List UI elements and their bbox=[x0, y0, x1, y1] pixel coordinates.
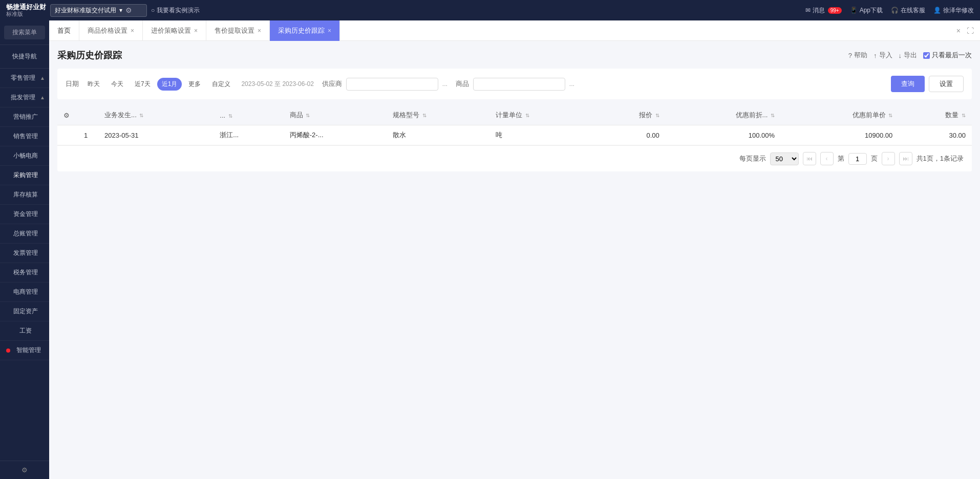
sidebar-item-ledger[interactable]: 总账管理 bbox=[0, 224, 49, 244]
tab-close-purchase-strategy[interactable]: × bbox=[194, 27, 198, 34]
sidebar-item-finance[interactable]: 资金管理 bbox=[0, 205, 49, 224]
table-header-unit[interactable]: 计量单位 ⇅ bbox=[489, 105, 592, 125]
tab-close-purchase-history[interactable]: × bbox=[328, 27, 331, 34]
goods-more-btn[interactable]: ... bbox=[569, 80, 574, 88]
sort-icon-price: ⇅ bbox=[655, 113, 659, 118]
table-header-goods[interactable]: 商品 ⇅ bbox=[284, 105, 387, 125]
date-7days-btn[interactable]: 近7天 bbox=[130, 78, 155, 91]
maximize-tab-btn[interactable]: ⛶ bbox=[965, 25, 976, 37]
table-header-row: ⚙ 业务发生... ⇅ ... ⇅ 商品 bbox=[57, 105, 972, 125]
table-header-pre-discount-price[interactable]: 优惠前单价 ⇅ bbox=[781, 105, 899, 125]
only-last-checkbox[interactable] bbox=[923, 52, 930, 59]
per-page-label: 每页显示 bbox=[739, 154, 766, 163]
import-btn[interactable]: ↑ 导入 bbox=[874, 51, 892, 60]
table-header-spec[interactable]: 规格型号 ⇅ bbox=[387, 105, 489, 125]
table-header-business-date[interactable]: 业务发生... ⇅ bbox=[98, 105, 214, 125]
sort-icon-pre-discount-price: ⇅ bbox=[888, 113, 892, 118]
help-btn[interactable]: ? 帮助 bbox=[848, 51, 867, 60]
sidebar-item-retail[interactable]: 零售管理 ▲ bbox=[0, 69, 49, 88]
sidebar-item-marketing[interactable]: 营销推广 bbox=[0, 107, 49, 127]
demo-link[interactable]: ○ 我要看实例演示 bbox=[151, 6, 200, 15]
settings-btn[interactable]: 设置 bbox=[929, 76, 964, 92]
pagination-bar: 每页显示 50 100 200 ⏮ ‹ 第 页 › ⏭ 共1页，1条记录 bbox=[57, 145, 972, 171]
table-header-quantity[interactable]: 数量 ⇅ bbox=[899, 105, 972, 125]
main-layout: 搜索菜单 快捷导航 零售管理 ▲ 批发管理 ▲ 营销推广 销售管理 小畅电商 采… bbox=[0, 20, 980, 479]
search-menu-btn[interactable]: 搜索菜单 bbox=[4, 26, 45, 39]
phone-icon: 📱 bbox=[850, 7, 858, 14]
page-unit: 页 bbox=[871, 154, 878, 163]
row-unit: 吨 bbox=[489, 125, 592, 145]
online-service-btn[interactable]: 🎧 在线客服 bbox=[891, 6, 925, 15]
tabbar: 首页 商品价格设置 × 进价策略设置 × 售价提取设置 × 采购历史价跟踪 × … bbox=[49, 20, 980, 41]
sidebar-item-ecommerce-small[interactable]: 小畅电商 bbox=[0, 146, 49, 166]
date-yesterday-btn[interactable]: 昨天 bbox=[83, 78, 104, 91]
row-goods: 丙烯酸-2-... bbox=[284, 125, 387, 145]
tab-close-sale-price[interactable]: × bbox=[258, 27, 261, 34]
data-table: ⚙ 业务发生... ⇅ ... ⇅ 商品 bbox=[57, 105, 972, 145]
user-menu[interactable]: 👤 徐泽华修改 bbox=[933, 6, 974, 15]
sidebar-gear-btn[interactable]: ⚙ bbox=[0, 461, 49, 479]
goods-input[interactable] bbox=[473, 78, 565, 91]
sidebar-item-smart[interactable]: 智能管理 bbox=[0, 341, 49, 360]
sidebar-item-invoice[interactable]: 发票管理 bbox=[0, 244, 49, 263]
tab-sale-price[interactable]: 售价提取设置 × bbox=[206, 20, 270, 41]
sort-icon-spec: ⇅ bbox=[422, 113, 427, 118]
supplier-input[interactable] bbox=[346, 78, 438, 91]
date-custom-btn[interactable]: 自定义 bbox=[207, 78, 235, 91]
settings-icon[interactable]: ⚙ bbox=[125, 6, 132, 14]
table-header-price[interactable]: 报价 ⇅ bbox=[592, 105, 666, 125]
table-header-col2[interactable]: ... ⇅ bbox=[214, 105, 283, 125]
query-btn[interactable]: 查询 bbox=[891, 76, 925, 92]
row-business-date: 2023-05-31 bbox=[98, 125, 214, 145]
sort-icon-col2: ⇅ bbox=[228, 113, 232, 119]
first-page-btn[interactable]: ⏮ bbox=[803, 152, 816, 165]
sort-icon-quantity: ⇅ bbox=[962, 113, 966, 118]
app-download-btn[interactable]: 📱 App下载 bbox=[850, 6, 883, 15]
sidebar-item-tax[interactable]: 税务管理 bbox=[0, 263, 49, 282]
user-icon: 👤 bbox=[933, 7, 941, 14]
tab-close-price-settings[interactable]: × bbox=[131, 27, 134, 34]
date-1month-btn[interactable]: 近1月 bbox=[157, 78, 182, 91]
page-input[interactable] bbox=[848, 153, 867, 165]
version-selector[interactable]: 好业财标准版交付试用 ▾ ⚙ bbox=[50, 4, 147, 17]
date-more-btn[interactable]: 更多 bbox=[184, 78, 205, 91]
topbar: 畅捷通好业财 标准版 好业财标准版交付试用 ▾ ⚙ ○ 我要看实例演示 ✉ 消息… bbox=[0, 0, 980, 20]
quick-nav-btn[interactable]: 快捷导航 bbox=[0, 49, 49, 64]
date-today-btn[interactable]: 今天 bbox=[106, 78, 128, 91]
next-page-btn[interactable]: › bbox=[882, 152, 895, 165]
sidebar-item-salary[interactable]: 工资 bbox=[0, 321, 49, 341]
smart-dot-indicator bbox=[6, 349, 10, 353]
tab-purchase-history[interactable]: 采购历史价跟踪 × bbox=[270, 20, 340, 41]
sort-icon-business-date: ⇅ bbox=[139, 113, 143, 118]
supplier-filter-group: 供应商 ... bbox=[322, 78, 448, 91]
table-header-discount[interactable]: 优惠前折... ⇅ bbox=[666, 105, 781, 125]
date-filter-group: 日期 昨天 今天 近7天 近1月 更多 自定义 2023-05-02 至 202… bbox=[66, 78, 314, 91]
topbar-left: 畅捷通好业财 标准版 好业财标准版交付试用 ▾ ⚙ ○ 我要看实例演示 bbox=[6, 3, 200, 18]
sidebar-item-purchase[interactable]: 采购管理 bbox=[0, 166, 49, 185]
row-price: 0.00 bbox=[592, 125, 666, 145]
sidebar-item-sales[interactable]: 销售管理 bbox=[0, 127, 49, 146]
sidebar-item-fixed-assets[interactable]: 固定资产 bbox=[0, 302, 49, 321]
tab-price-settings[interactable]: 商品价格设置 × bbox=[79, 20, 143, 41]
per-page-select[interactable]: 50 100 200 bbox=[770, 153, 799, 165]
headset-icon: 🎧 bbox=[891, 7, 899, 14]
tab-purchase-strategy[interactable]: 进价策略设置 × bbox=[143, 20, 206, 41]
row-spec: 散水 bbox=[387, 125, 489, 145]
export-btn[interactable]: ↓ 导出 bbox=[899, 51, 918, 60]
filter-row: 日期 昨天 今天 近7天 近1月 更多 自定义 2023-05-02 至 202… bbox=[66, 76, 964, 92]
sidebar-item-wholesale[interactable]: 批发管理 ▲ bbox=[0, 88, 49, 107]
last-page-btn[interactable]: ⏭ bbox=[899, 152, 912, 165]
supplier-more-btn[interactable]: ... bbox=[442, 80, 448, 88]
sidebar-item-inventory[interactable]: 库存核算 bbox=[0, 185, 49, 205]
help-icon: ? bbox=[848, 52, 852, 59]
prev-page-btn[interactable]: ‹ bbox=[820, 152, 834, 165]
table-gear-header[interactable]: ⚙ bbox=[57, 105, 78, 125]
filter-actions: 查询 设置 bbox=[891, 76, 964, 92]
sidebar-item-ecommerce[interactable]: 电商管理 bbox=[0, 282, 49, 302]
gear-icon: ⚙ bbox=[22, 466, 28, 474]
tab-home[interactable]: 首页 bbox=[49, 20, 79, 41]
close-tab-btn[interactable]: × bbox=[954, 25, 963, 37]
row-discount: 100.00% bbox=[666, 125, 781, 145]
total-info: 共1页，1条记录 bbox=[917, 154, 964, 163]
message-btn[interactable]: ✉ 消息 99+ bbox=[805, 6, 842, 15]
